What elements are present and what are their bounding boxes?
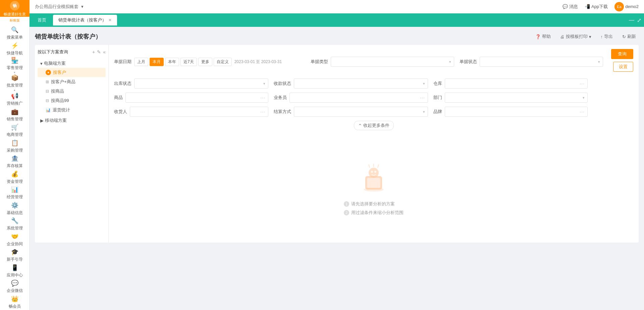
date-btn-7days[interactable]: 近7天 [180, 58, 197, 66]
page-inner: 销货单统计表（按客户） ❓ 帮助 🖨 按模板打印 ▾ ↑ 导出 [30, 27, 644, 248]
sidebar-item-inventory[interactable]: 🏦 库存核算 [0, 154, 30, 170]
sidebar-label-operations: 经营管理 [7, 194, 23, 200]
purchase-icon: 📋 [11, 139, 18, 147]
order-type-control[interactable]: ▾ [331, 57, 454, 67]
print-label: 按模板打印 [566, 34, 588, 40]
user-profile[interactable]: Ea demo2 [614, 2, 639, 11]
collapse-more-btn[interactable]: ⌃ 收起更多条件 [354, 121, 394, 130]
sidebar-item-ecommerce[interactable]: 🛒 电商管理 [0, 123, 30, 139]
print-btn[interactable]: 🖨 按模板打印 ▾ [557, 32, 594, 41]
out-status-dropdown-icon: ▾ [263, 82, 265, 86]
scheme-edit-btn[interactable]: ✎ [97, 49, 101, 55]
tab-actions: — ⤢ [629, 17, 641, 23]
sidebar-label-quicknav: 快捷导航 [7, 50, 23, 56]
sidebar-item-wholesale[interactable]: 📦 批发管理 ▴ [0, 74, 30, 92]
sales-icon: 💼 [11, 108, 18, 115]
tab-close-btn[interactable]: ✕ [108, 18, 112, 22]
payment-status-control[interactable]: ▾ [294, 79, 428, 89]
basic-icon: ⚙️ [11, 202, 18, 209]
filter-settlement-item: 结算方式 ▾ [274, 107, 428, 117]
scheme-header: 按以下方案查询 + ✎ « [38, 48, 106, 56]
app-download-btn[interactable]: 📲 App下载 [585, 4, 608, 10]
scheme-item-by-goods99-label: 按商品99 [51, 98, 69, 104]
sidebar-label-inventory: 库存核算 [7, 163, 23, 169]
query-button[interactable]: 查询 [611, 49, 633, 59]
sidebar-item-newbie[interactable]: 🎓 新手引导 [0, 248, 30, 263]
order-type-dropdown-icon: ▾ [449, 60, 451, 64]
sidebar-item-finance[interactable]: 💰 资金管理 [0, 170, 30, 186]
scheme-item-return-stat[interactable]: 📊 退货统计 [38, 105, 106, 115]
retail-icon: 🏪 [11, 57, 18, 64]
sidebar-item-appcenter[interactable]: 📱 应用中心 [0, 263, 30, 279]
page-title: 销货单统计表（按客户） [35, 33, 101, 41]
goods-label: 商品 [114, 95, 123, 101]
salesperson-control[interactable]: ··· [289, 93, 428, 103]
page-actions: ❓ 帮助 🖨 按模板打印 ▾ ↑ 导出 ↻ 刷新 [533, 32, 639, 41]
sidebar-item-marketing[interactable]: 📢 营销推广 [0, 92, 30, 107]
scheme-collapse-btn[interactable]: « [103, 49, 106, 55]
date-btn-more[interactable]: 更多 [198, 58, 212, 66]
tab-home[interactable]: 首页 [32, 15, 52, 25]
filter-receiver-item: 收货人 ··· [114, 107, 268, 117]
industry-dropdown[interactable]: ▾ [81, 4, 84, 9]
table-icon: ⊟ [46, 89, 49, 94]
sidebar-item-quicknav[interactable]: ⚡ 快捷导航 [0, 41, 30, 57]
message-icon: 💬 [562, 4, 568, 9]
date-btn-custom[interactable]: 自定义 [214, 58, 232, 66]
settlement-control[interactable]: ▾ [294, 107, 428, 117]
tab-maximize-btn[interactable]: ⤢ [637, 17, 641, 23]
goods-control[interactable]: ··· [125, 93, 268, 103]
department-label: 部门 [433, 95, 442, 101]
sidebar-item-system[interactable]: 🔧 系统管理 [0, 216, 30, 232]
message-btn[interactable]: 💬 消息 [562, 4, 578, 10]
sidebar-item-enterprise[interactable]: 🤝 企业协同 [0, 232, 30, 248]
filter-warehouse-item: 仓库 ··· [433, 79, 588, 89]
logo-text: 畅捷通好生意 [4, 12, 26, 17]
scheme-group-mobile-title[interactable]: ▶ 移动端方案 [38, 116, 106, 125]
brand-control[interactable]: ··· [445, 107, 588, 117]
date-btn-last-month[interactable]: 上月 [134, 58, 148, 66]
sidebar-item-wechat[interactable]: 💬 企业微信 [0, 279, 30, 295]
department-control[interactable]: ▾ [445, 93, 588, 103]
sidebar-item-purchase[interactable]: 📋 采购管理 [0, 139, 30, 154]
sidebar-label-wholesale: 批发管理 [7, 83, 23, 88]
help-label: 帮助 [542, 34, 551, 40]
logo-area: 畅 畅捷通好生意 [0, 0, 30, 17]
out-status-control[interactable]: ▾ [134, 79, 268, 89]
scheme-group-pc: ▾ 电脑端方案 ● 按客户 ⊞ 按客户+商品 ⊟ [38, 59, 106, 115]
scheme-item-by-goods99[interactable]: ⊟ 按商品99 [38, 96, 106, 105]
collapse-icon: ⌃ [358, 123, 362, 128]
enterprise-icon: 🤝 [11, 233, 18, 240]
warehouse-control[interactable]: ··· [445, 79, 588, 89]
top-header: 办公用品行业模拟账套 ▾ 💬 消息 📲 App下载 Ea demo2 [30, 0, 644, 13]
sidebar-item-basic[interactable]: ⚙️ 基础信息 [0, 201, 30, 217]
scheme-group-pc-title[interactable]: ▾ 电脑端方案 [38, 59, 106, 68]
sidebar-label-finance: 资金管理 [7, 179, 23, 185]
chevron-right-icon: ▶ [40, 118, 44, 123]
scheme-item-by-customer[interactable]: ● 按客户 [38, 68, 106, 77]
date-btn-this-year[interactable]: 本年 [165, 58, 179, 66]
receiver-control[interactable]: ··· [130, 107, 268, 117]
date-btn-current-month[interactable]: 本月 [150, 58, 164, 66]
sidebar-item-member[interactable]: 👑 畅会员 [0, 295, 30, 310]
tab-minimize-btn[interactable]: — [629, 17, 634, 23]
scheme-item-by-customer-goods[interactable]: ⊞ 按客户+商品 [38, 77, 106, 87]
sidebar-item-operations[interactable]: 📊 经营管理 [0, 185, 30, 201]
refresh-btn[interactable]: ↻ 刷新 [620, 32, 639, 41]
tab-sales-stat[interactable]: 销货单统计表（按客户） ✕ [53, 15, 117, 25]
empty-hint-1-text: 请先选择要分析的方案 [351, 201, 395, 207]
sidebar-item-search[interactable]: 🔍 搜索菜单 [0, 25, 30, 41]
sidebar-label-enterprise: 企业协同 [7, 241, 23, 247]
sidebar-item-sales[interactable]: 💼 销售管理 [0, 107, 30, 123]
sidebar-item-retail[interactable]: 🏪 零售管理 ▾ [0, 57, 30, 74]
order-status-control[interactable]: ▾ [480, 57, 603, 67]
scheme-add-btn[interactable]: + [92, 49, 95, 55]
help-btn[interactable]: ❓ 帮助 [533, 32, 553, 41]
app-download-icon: 📲 [585, 4, 590, 9]
receiver-dots-icon: ··· [260, 109, 265, 114]
scheme-item-by-goods[interactable]: ⊟ 按商品 [38, 87, 106, 96]
customer-dot-icon: ● [46, 70, 51, 75]
setting-button[interactable]: 设置 [613, 62, 633, 72]
export-btn[interactable]: ↑ 导出 [598, 32, 616, 41]
scheme-group-mobile: ▶ 移动端方案 [38, 116, 106, 125]
